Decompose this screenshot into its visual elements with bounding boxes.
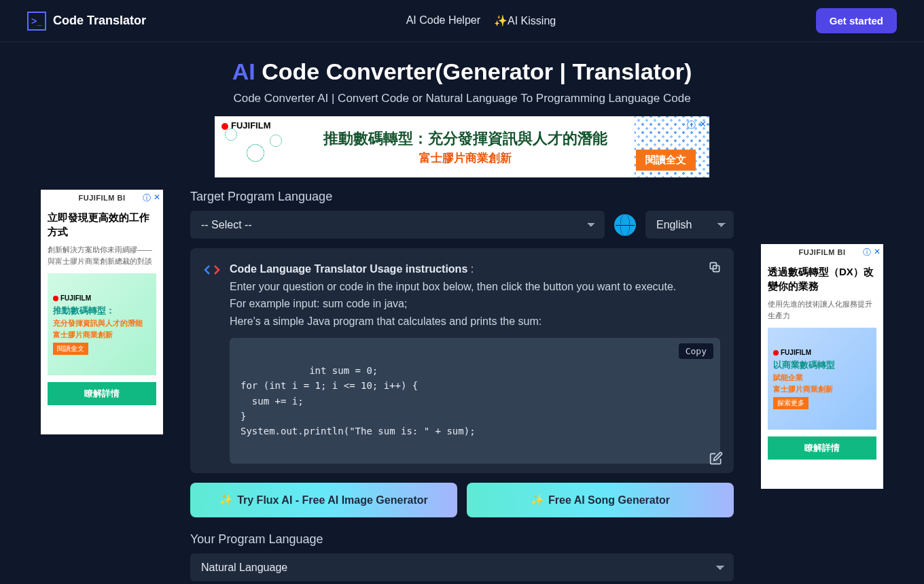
ui-language-select[interactable]: English: [645, 211, 734, 239]
nav-links: AI Code Helper ✨AI Kissing: [406, 14, 556, 27]
your-language-label: Your Program Language: [190, 532, 734, 547]
copy-icon[interactable]: [708, 260, 722, 274]
nav-ai-kissing[interactable]: ✨AI Kissing: [494, 14, 556, 27]
page-subtitle: Code Converter AI | Convert Code or Natu…: [0, 92, 924, 105]
brand[interactable]: >_ Code Translator: [27, 12, 146, 31]
brand-name: Code Translator: [53, 14, 146, 28]
left-ad-desc: 創新解決方案助你未雨綢繆——與富士膠片商業創新總裁的對談: [48, 244, 156, 267]
target-language-select[interactable]: -- Select --: [190, 211, 605, 239]
right-ad-brand: FUJIFILM BI: [798, 248, 845, 256]
logo-icon: >_: [27, 12, 46, 31]
instructions-body: Code Language Translator Usage instructi…: [230, 260, 720, 464]
ad-close-icon[interactable]: ✕: [699, 119, 707, 129]
ad-info-icon[interactable]: ⓘ: [687, 119, 696, 131]
your-language-select[interactable]: Natural Language: [190, 553, 734, 581]
right-ad-button[interactable]: 瞭解詳情: [768, 436, 876, 460]
banner-ad[interactable]: FUJIFILM ⓘ ✕ 推動數碼轉型：充分發揮資訊與人才的潛能 富士膠片商業創…: [215, 116, 709, 177]
example-code-block: Copyint sum = 0; for (int i = 1; i <= 10…: [230, 338, 720, 464]
title-rest: Code Converter(Generator | Translator): [255, 58, 692, 84]
target-select-row: -- Select -- English: [190, 211, 734, 239]
instructions-heading: Code Language Translator Usage instructi…: [230, 263, 467, 275]
left-ad-button[interactable]: 瞭解詳情: [48, 382, 156, 405]
top-header: >_ Code Translator AI Code Helper ✨AI Ki…: [0, 0, 924, 42]
instructions-line1: Enter your question or code in the input…: [230, 281, 676, 292]
left-ad-info-icon[interactable]: ⓘ: [143, 192, 151, 204]
right-ad-title: 透過數碼轉型（DX）改變你的業務: [768, 264, 876, 293]
instructions-line3: Here's a simple Java program that calcul…: [230, 315, 541, 327]
ad-brand: FUJIFILM: [221, 120, 271, 131]
left-ad-image: FUJIFILM 推動數碼轉型： 充分發揮資訊與人才的潛能 富士膠片商業創新 閱…: [48, 273, 156, 375]
right-ad-image: FUJIFILM 以商業數碼轉型 賦能企業 富士膠片商業創新 探索更多: [768, 328, 876, 430]
main-content: Target Program Language -- Select -- Eng…: [190, 190, 734, 584]
left-ad[interactable]: FUJIFILM BI ⓘ ✕ 立即發現更高效的工作方式 創新解決方案助你未雨綢…: [41, 190, 163, 434]
target-language-label: Target Program Language: [190, 190, 734, 204]
left-ad-title: 立即發現更高效的工作方式: [48, 210, 156, 239]
promo-row: ✨Try Flux AI - Free AI Image Generator ✨…: [190, 483, 734, 517]
example-code: int sum = 0; for (int i = 1; i <= 10; i+…: [241, 365, 476, 437]
instructions-line2: For example input: sum code in java;: [230, 298, 407, 309]
promo-song-button[interactable]: ✨Free AI Song Generator: [467, 483, 734, 517]
right-ad-close-icon[interactable]: ✕: [874, 247, 881, 256]
ad-headline: 推動數碼轉型：充分發揮資訊與人才的潛能 富士膠片商業創新: [296, 128, 635, 166]
promo-flux-button[interactable]: ✨Try Flux AI - Free AI Image Generator: [190, 483, 457, 517]
right-ad[interactable]: FUJIFILM BI ⓘ ✕ 透過數碼轉型（DX）改變你的業務 使用先進的技術…: [761, 244, 883, 489]
get-started-button[interactable]: Get started: [816, 8, 897, 33]
code-icon: [204, 262, 220, 278]
title-ai: AI: [232, 58, 255, 84]
code-copy-button[interactable]: Copy: [679, 343, 713, 359]
right-ad-info-icon[interactable]: ⓘ: [863, 247, 871, 258]
right-sidebar: FUJIFILM BI ⓘ ✕ 透過數碼轉型（DX）改變你的業務 使用先進的技術…: [747, 190, 897, 489]
right-ad-desc: 使用先進的技術讓人化服務提升生產力: [768, 298, 876, 321]
hero: AI Code Converter(Generator | Translator…: [0, 42, 924, 182]
ad-cta[interactable]: 閱讀全文: [636, 150, 696, 171]
sparkle-icon: ✨: [219, 494, 233, 506]
page-title: AI Code Converter(Generator | Translator…: [0, 58, 924, 85]
left-sidebar: FUJIFILM BI ⓘ ✕ 立即發現更高效的工作方式 創新解決方案助你未雨綢…: [27, 190, 177, 434]
sparkle-icon: ✨: [531, 494, 544, 506]
instructions-panel: Code Language Translator Usage instructi…: [190, 248, 734, 473]
left-ad-close-icon[interactable]: ✕: [154, 192, 160, 202]
globe-icon: [614, 214, 636, 236]
nav-ai-code-helper[interactable]: AI Code Helper: [406, 14, 480, 27]
edit-icon[interactable]: [709, 451, 723, 465]
left-ad-brand: FUJIFILM BI: [78, 194, 125, 202]
